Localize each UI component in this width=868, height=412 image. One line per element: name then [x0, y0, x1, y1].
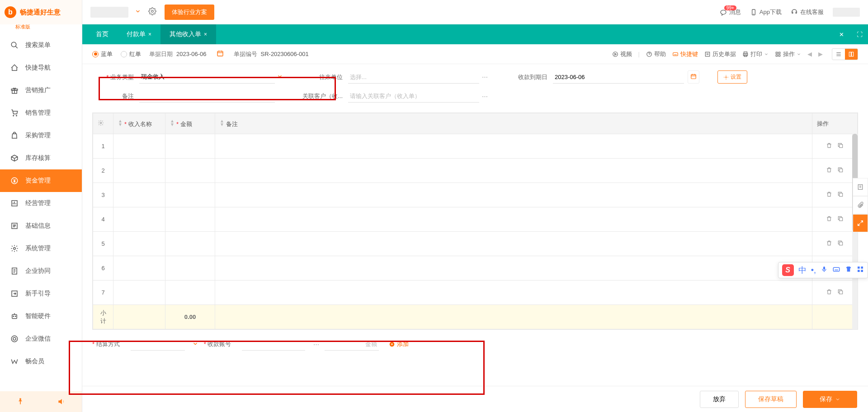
copy-row-icon[interactable] [837, 216, 844, 223]
sidebar-item-collab[interactable]: 企业协同 [0, 260, 82, 282]
delete-row-icon[interactable] [826, 290, 832, 296]
table-row[interactable]: 4 [93, 207, 858, 232]
table-settings-header[interactable] [93, 113, 113, 134]
view-form-button[interactable] [845, 49, 858, 60]
ime-tools-icon[interactable] [857, 266, 864, 275]
sound-icon[interactable] [57, 397, 66, 406]
copy-row-icon[interactable] [837, 143, 844, 150]
sidebar-item-purchase[interactable]: 采购管理 [0, 124, 82, 147]
note-tool-icon[interactable] [853, 178, 868, 196]
calendar-icon[interactable] [217, 50, 224, 58]
delete-row-icon[interactable] [826, 168, 832, 174]
sidebar-item-basic[interactable]: 基础信息 [0, 215, 82, 237]
delete-row-icon[interactable] [826, 143, 832, 150]
chevron-down-icon[interactable] [135, 8, 141, 16]
messages-button[interactable]: 消息 99+ [720, 8, 741, 16]
sidebar-item-hardware[interactable]: 智能硬件 [0, 305, 82, 328]
sidebar-item-search[interactable]: 搜索菜单 [0, 34, 82, 56]
history-button[interactable]: 历史单据 [704, 50, 736, 58]
sidebar-item-inventory[interactable]: 库存核算 [0, 147, 82, 169]
settings-button[interactable]: 设置 [717, 70, 747, 84]
table-row[interactable]: 1 [93, 134, 858, 159]
delete-row-icon[interactable] [826, 192, 832, 199]
table-row[interactable]: 6 [93, 256, 858, 281]
sidebar-item-label: 经营管理 [25, 199, 51, 207]
sidebar-item-sales[interactable]: 销售管理 [0, 102, 82, 124]
table-row[interactable]: 5 [93, 232, 858, 256]
next-button[interactable]: ▶ [818, 51, 823, 57]
pin-icon[interactable] [16, 397, 25, 406]
copy-row-icon[interactable] [837, 241, 844, 248]
date-value[interactable]: 2023-06-06 [176, 51, 207, 57]
copy-row-icon[interactable] [837, 168, 844, 174]
sidebar-item-vip[interactable]: 畅会员 [0, 350, 82, 373]
settle-amount-input[interactable] [325, 338, 379, 351]
biz-type-input[interactable] [139, 71, 275, 84]
company-name[interactable] [90, 7, 128, 18]
calendar-icon[interactable] [688, 70, 699, 84]
table-row[interactable]: 2 [93, 159, 858, 183]
ime-skin-icon[interactable] [845, 266, 852, 275]
remark-input[interactable] [139, 90, 275, 103]
print-button[interactable]: 打印 [742, 50, 769, 58]
sidebar-item-wechat[interactable]: 企业微信 [0, 328, 82, 350]
rel-input[interactable] [348, 90, 479, 103]
more-icon[interactable]: ⋯ [313, 341, 319, 348]
blue-doc-radio[interactable]: 蓝单 [92, 50, 113, 58]
sidebar-item-nav[interactable]: 快捷导航 [0, 56, 82, 79]
ime-lang[interactable]: 中 [798, 265, 807, 276]
ime-toolbar[interactable]: S 中 •, [778, 262, 868, 278]
attach-tool-icon[interactable] [853, 196, 868, 214]
service-button[interactable]: 在线客服 [791, 8, 824, 16]
experience-button[interactable]: 体验行业方案 [165, 5, 214, 20]
due-input[interactable] [553, 71, 684, 84]
copy-row-icon[interactable] [837, 192, 844, 199]
more-icon[interactable]: ⋯ [482, 74, 488, 80]
th-amount[interactable]: ▲▼金额 [165, 113, 215, 134]
video-button[interactable]: 视频 [612, 50, 632, 58]
sidebar-item-system[interactable]: 系统管理 [0, 237, 82, 260]
copy-row-icon[interactable] [837, 290, 844, 296]
table-row[interactable]: 7 [93, 281, 858, 305]
save-button[interactable]: 保存 [803, 391, 857, 408]
add-settle-button[interactable]: 添加 [389, 340, 409, 348]
chevron-down-icon[interactable] [192, 341, 198, 348]
th-remark[interactable]: ▲▼备注 [215, 113, 812, 134]
tab-home[interactable]: 首页 [87, 24, 118, 44]
fullscreen-icon[interactable]: ⛶ [851, 24, 868, 44]
close-all-icon[interactable]: ✕ [833, 24, 850, 44]
sidebar-item-business[interactable]: 经营管理 [0, 192, 82, 215]
discard-button[interactable]: 放弃 [700, 391, 739, 408]
ime-punct-icon[interactable]: •, [811, 266, 816, 275]
tab-payment[interactable]: 付款单× [118, 24, 160, 44]
ime-mic-icon[interactable] [821, 266, 828, 275]
table-row[interactable]: 3 [93, 183, 858, 207]
delete-row-icon[interactable] [826, 241, 832, 248]
save-draft-button[interactable]: 保存草稿 [745, 391, 797, 408]
close-icon[interactable]: × [148, 31, 151, 37]
sidebar-item-funds[interactable]: 资金管理 [0, 169, 82, 192]
prev-button[interactable]: ◀ [807, 51, 812, 57]
sidebar-item-marketing[interactable]: 营销推广 [0, 79, 82, 102]
expand-tool-icon[interactable] [853, 214, 868, 232]
tab-other-income[interactable]: 其他收入单× [160, 24, 216, 44]
user-avatar[interactable] [833, 8, 860, 17]
sidebar-item-guide[interactable]: 新手引导 [0, 282, 82, 305]
ime-keyboard-icon[interactable] [832, 265, 840, 276]
close-icon[interactable]: × [204, 31, 207, 37]
settle-acct-input[interactable] [242, 338, 305, 351]
view-list-button[interactable] [832, 49, 845, 60]
help-button[interactable]: 帮助 [646, 50, 666, 58]
red-doc-radio[interactable]: 红单 [121, 50, 141, 58]
settings-icon[interactable] [148, 7, 156, 17]
chevron-down-icon[interactable] [277, 73, 283, 81]
more-icon[interactable]: ⋯ [482, 93, 488, 100]
footer-actions: 放弃 保存草稿 保存 [82, 386, 868, 412]
app-download-button[interactable]: App下载 [750, 8, 782, 16]
delete-row-icon[interactable] [826, 216, 832, 223]
unit-input[interactable] [348, 71, 479, 84]
th-income-name[interactable]: ▲▼收入名称 [113, 113, 165, 134]
shortcut-button[interactable]: 快捷键 [672, 50, 698, 58]
ops-button[interactable]: 操作 [775, 50, 801, 58]
settle-method-input[interactable] [131, 338, 185, 351]
